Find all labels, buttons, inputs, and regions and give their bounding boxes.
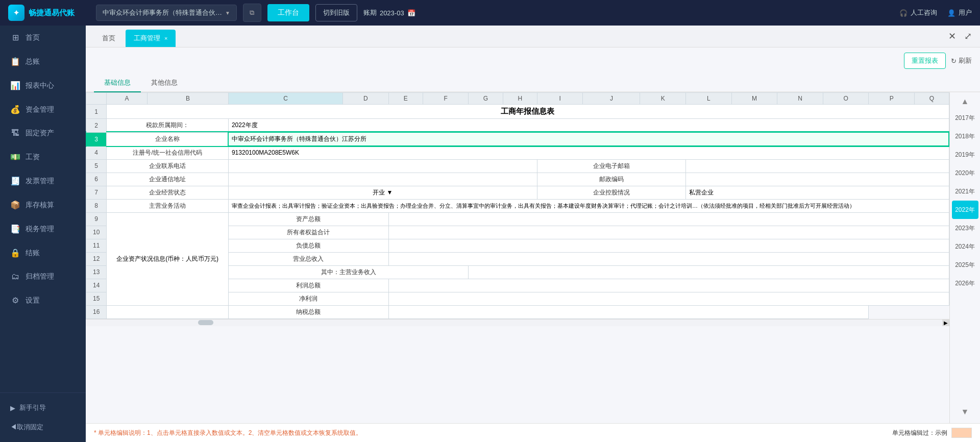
- sidebar-item-label: 发票管理: [26, 177, 54, 186]
- liabilities-value[interactable]: [388, 239, 949, 252]
- sidebar-item-settings[interactable]: ⚙ 设置: [0, 288, 86, 312]
- sidebar-item-invoice[interactable]: 🧾 发票管理: [0, 169, 86, 193]
- sidebar-item-ledger[interactable]: 📋 总账: [0, 50, 86, 73]
- company-selector[interactable]: 中审众环会计师事务所（特殊普通合伙… ▼: [96, 5, 237, 21]
- year-down-nav[interactable]: ▼: [955, 405, 975, 419]
- total-profit-value[interactable]: [388, 279, 949, 292]
- phone-value-cell[interactable]: [228, 159, 537, 173]
- sidebar-item-label: 库存核算: [26, 201, 54, 210]
- net-profit-value[interactable]: [388, 292, 949, 305]
- sidebar-item-assets[interactable]: 🏗 固定资产: [0, 121, 86, 145]
- user-icon: 👤: [947, 9, 955, 17]
- finance-icon: 💰: [10, 105, 20, 114]
- tab-home[interactable]: 首页: [94, 30, 124, 47]
- workbench-button[interactable]: 工作台: [267, 4, 309, 21]
- reg-value-cell[interactable]: 91320100MA208E5W6K: [228, 146, 949, 159]
- address-value-cell[interactable]: [228, 173, 537, 186]
- col-l: L: [686, 93, 732, 105]
- year-2017[interactable]: 2017年: [952, 109, 978, 127]
- table-row: 7 企业经营状态 开业 ▼ 企业控股情况 私营企业: [86, 186, 949, 199]
- year-2025[interactable]: 2025年: [952, 256, 978, 274]
- business-value-cell[interactable]: 审查企业会计报表；出具审计报告；验证企业资本；出具验资报告；办理企业合并、分立、…: [228, 199, 949, 212]
- col-m: M: [731, 93, 777, 105]
- chevron-down-icon: ▼: [225, 10, 230, 16]
- service-button[interactable]: 🎧 人工咨询: [899, 8, 937, 17]
- holding-value-cell[interactable]: 私营企业: [686, 186, 949, 199]
- sidebar-item-tax[interactable]: 📑 税务管理: [0, 217, 86, 241]
- new-guide-button[interactable]: ▶ 新手引导: [0, 398, 86, 418]
- status-value-cell[interactable]: 开业 ▼: [228, 186, 537, 199]
- invoice-icon: 🧾: [10, 176, 20, 186]
- refresh-button[interactable]: ↻ 刷新: [951, 56, 972, 65]
- sample-area: 单元格编辑过：示例: [892, 428, 972, 438]
- row-num: 13: [86, 265, 107, 279]
- email-value-cell[interactable]: [686, 159, 949, 173]
- app-name: 畅捷通易代账: [29, 8, 75, 18]
- year-2021[interactable]: 2021年: [952, 182, 978, 201]
- chevron-up-icon: ▲: [961, 97, 969, 106]
- corner-cell: [86, 93, 107, 105]
- tab-close-icon[interactable]: ×: [164, 35, 167, 41]
- year-2018[interactable]: 2018年: [952, 127, 978, 145]
- tab-active[interactable]: 工商管理 ×: [126, 30, 176, 47]
- sub-tabs: 基础信息 其他信息: [86, 74, 980, 92]
- period-display: 账期 2023-03 📅: [363, 8, 415, 17]
- h-scrollbar[interactable]: ▶: [86, 319, 949, 326]
- app-logo: ✦ 畅捷通易代账: [8, 5, 90, 21]
- row-num: 12: [86, 252, 107, 265]
- col-q: Q: [915, 93, 949, 105]
- old-version-button[interactable]: 切到旧版: [315, 4, 357, 21]
- sidebar-item-finance[interactable]: 💰 资金管理: [0, 97, 86, 121]
- sidebar-item-inventory[interactable]: 📦 库存核算: [0, 193, 86, 217]
- sample-label: 单元格编辑过：示例: [892, 429, 947, 437]
- year-2024[interactable]: 2024年: [952, 237, 978, 256]
- year-2019[interactable]: 2019年: [952, 145, 978, 164]
- equity-value[interactable]: [388, 226, 949, 239]
- row-num: 7: [86, 186, 107, 199]
- postal-value-cell[interactable]: [686, 173, 949, 186]
- sidebar-item-salary[interactable]: 💵 工资: [0, 145, 86, 169]
- sidebar-item-label: 总账: [26, 57, 40, 66]
- asset-group-label: 企业资产状况信息(币种：人民币万元): [107, 212, 229, 305]
- col-h: H: [503, 93, 537, 105]
- period-value-cell[interactable]: 2022年度: [228, 119, 949, 133]
- close-icon[interactable]: ✕: [948, 32, 956, 41]
- company-name-cell[interactable]: 中审众环会计师事务所（特殊普通合伙）江苏分所: [228, 132, 949, 146]
- column-header-row: A B C D E F G H I J K L M: [86, 93, 949, 105]
- row-num: 11: [86, 239, 107, 252]
- expand-icon[interactable]: ⤢: [964, 32, 972, 41]
- user-menu[interactable]: 👤 用户: [947, 8, 972, 17]
- sidebar: ⊞ 首页 📋 总账 📊 报表中心 💰 资金管理 🏗 固定资产 💵 工资 🧾 发票…: [0, 26, 86, 442]
- sheet-scroll[interactable]: A B C D E F G H I J K L M: [86, 92, 949, 423]
- sidebar-item-reports[interactable]: 📊 报表中心: [0, 73, 86, 97]
- scroll-right-arrow[interactable]: ▶: [942, 319, 949, 326]
- refresh-icon: ↻: [951, 57, 957, 65]
- year-2022[interactable]: 2022年: [952, 201, 978, 219]
- unpin-button[interactable]: ◀取消固定: [0, 418, 86, 437]
- sidebar-item-home[interactable]: ⊞ 首页: [0, 26, 86, 50]
- main-revenue-value[interactable]: [469, 265, 949, 279]
- sidebar-item-close[interactable]: 🔒 结账: [0, 241, 86, 265]
- revenue-value[interactable]: [388, 252, 949, 265]
- col-c: C: [228, 93, 342, 105]
- sidebar-item-archive[interactable]: 🗂 归档管理: [0, 265, 86, 288]
- calendar-icon[interactable]: 📅: [407, 9, 415, 17]
- year-2023[interactable]: 2023年: [952, 219, 978, 237]
- table-row: 16 纳税总额: [86, 305, 949, 318]
- total-assets-value[interactable]: [388, 212, 949, 226]
- main-revenue-label: 其中：主营业务收入: [228, 265, 468, 279]
- assets-icon: 🏗: [10, 129, 20, 138]
- tax-total-value[interactable]: [388, 305, 869, 318]
- table-row: 9 企业资产状况信息(币种：人民币万元) 资产总额: [86, 212, 949, 226]
- reset-button[interactable]: 重置报表: [904, 53, 946, 69]
- sub-tab-basic[interactable]: 基础信息: [94, 74, 141, 92]
- sub-tab-other[interactable]: 其他信息: [141, 74, 188, 92]
- sidebar-item-label: 固定资产: [26, 129, 54, 138]
- row-num: 1: [86, 105, 107, 119]
- tax-icon: 📑: [10, 224, 20, 234]
- logo-icon: ✦: [8, 5, 24, 21]
- year-2026[interactable]: 2026年: [952, 274, 978, 292]
- copy-button[interactable]: ⧉: [243, 4, 261, 22]
- year-2020[interactable]: 2020年: [952, 164, 978, 182]
- year-up-nav[interactable]: ▲: [955, 94, 975, 109]
